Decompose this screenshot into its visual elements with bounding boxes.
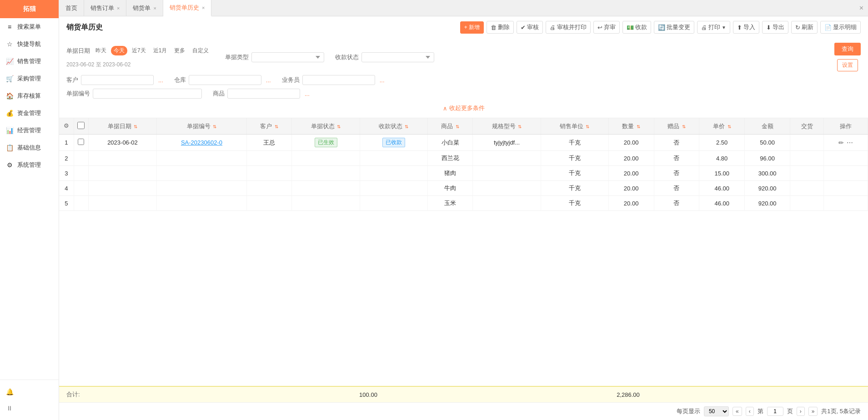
filter-doc-type: 单据类型 (225, 52, 324, 62)
col-product[interactable]: 商品 ⇅ (427, 118, 473, 135)
settings-button[interactable]: 设置 (837, 59, 858, 71)
cell-customer (246, 196, 292, 211)
summary-label: 合计: (66, 390, 80, 399)
collapse-btn[interactable]: ∧ 收起更多条件 (66, 102, 861, 114)
sidebar-item-sys-mgmt[interactable]: ⚙ 系统管理 (0, 156, 59, 174)
fund-mgmt-icon: 💰 (5, 110, 14, 117)
sidebar-item-quick-nav[interactable]: ☆ 快捷导航 (0, 35, 59, 53)
sidebar-item-purchase-mgmt[interactable]: 🛒 采购管理 (0, 70, 59, 87)
col-spec-model[interactable]: 规格型号 ⇅ (473, 118, 541, 135)
col-doc-number[interactable]: 单据编号 ⇅ (157, 118, 246, 135)
status-badge: 已生效 (315, 138, 337, 147)
row-select-checkbox[interactable] (78, 139, 84, 145)
next-page-btn[interactable]: › (797, 407, 805, 416)
date-custom[interactable]: 自定义 (190, 46, 211, 55)
sidebar-item-sales-mgmt[interactable]: 📈 销售管理 (0, 53, 59, 70)
tab-sales-delivery[interactable]: 销货单 × (126, 0, 163, 16)
sidebar-notification[interactable]: 🔔 (0, 384, 59, 400)
tab-sales-delivery-close[interactable]: × (153, 5, 156, 11)
sidebar-pause[interactable]: ⏸ (0, 400, 59, 416)
sidebar-item-inventory[interactable]: 🏠 库存核算 (0, 87, 59, 105)
warehouse-ellipsis[interactable]: ... (266, 77, 271, 84)
sort-doc-date-icon: ⇅ (134, 124, 137, 129)
first-page-btn[interactable]: « (733, 407, 742, 416)
date-yesterday[interactable]: 昨天 (93, 46, 109, 55)
sidebar-item-ops-mgmt[interactable]: 📊 经营管理 (0, 122, 59, 139)
salesman-input[interactable] (302, 75, 375, 85)
cell-product: 西兰花 (427, 151, 473, 166)
col-gear[interactable]: ⚙ (59, 118, 74, 135)
last-page-btn[interactable]: » (808, 407, 818, 416)
export-button[interactable]: ⬇ 导出 (762, 21, 788, 34)
customer-ellipsis[interactable]: ... (158, 77, 163, 84)
col-quantity[interactable]: 数量 ⇅ (608, 118, 654, 135)
doc-type-select[interactable] (251, 52, 324, 62)
sort-spec-icon: ⇅ (518, 124, 522, 129)
select-all-checkbox[interactable] (77, 122, 85, 129)
window-close-btn[interactable]: × (859, 4, 863, 12)
col-sales-unit[interactable]: 销售单位 ⇅ (541, 118, 608, 135)
collect-button[interactable]: 💵 收款 (622, 21, 651, 34)
tab-sales-order-close[interactable]: × (117, 5, 120, 11)
doc-number-input[interactable] (93, 89, 202, 99)
cell-amount: 920.00 (745, 196, 790, 211)
more-action-btn[interactable]: ⋯ (845, 139, 854, 146)
product-ellipsis[interactable]: ... (305, 90, 310, 97)
cell-customer (246, 166, 292, 181)
show-detail-button[interactable]: 📄 显示明细 (820, 21, 861, 34)
cell-action (824, 166, 868, 181)
sidebar-logo: 拓猫 (0, 0, 59, 18)
sort-doc-status-icon: ⇅ (337, 124, 341, 129)
cell-product: 牛肉 (427, 181, 473, 196)
refresh-button[interactable]: ↻ 刷新 (791, 21, 818, 34)
notification-icon: 🔔 (5, 388, 14, 395)
import-icon: ⬆ (737, 24, 742, 31)
settings-col-icon[interactable]: ⚙ (62, 122, 70, 130)
cell-collect-status (360, 151, 427, 166)
sidebar-item-fund-mgmt[interactable]: 💰 资金管理 (0, 105, 59, 122)
col-collect-status[interactable]: 收款状态 ⇅ (360, 118, 427, 135)
tab-sales-history-close[interactable]: × (202, 5, 205, 10)
new-button[interactable]: + 新增 (460, 21, 484, 34)
table-row: 5玉米千克20.00否46.00920.00 (59, 196, 868, 211)
sidebar-item-search-menu[interactable]: ≡ 搜索菜单 (0, 18, 59, 35)
collect-status-badge: 已收款 (382, 138, 405, 147)
tab-sales-order[interactable]: 销售订单 × (84, 0, 126, 16)
customer-input[interactable] (81, 75, 154, 85)
page-size-select[interactable]: 50 20 100 200 (704, 406, 729, 416)
collect-status-select[interactable] (361, 52, 434, 62)
page-number-input[interactable] (767, 407, 783, 416)
query-button[interactable]: 查询 (834, 43, 861, 55)
product-input[interactable] (227, 89, 300, 99)
summary-row: 合计: 100.00 2,286.00 (59, 386, 868, 402)
batch-change-button[interactable]: 🔄 批量变更 (654, 21, 694, 34)
sidebar-item-basic-info[interactable]: 📋 基础信息 (0, 139, 59, 156)
salesman-ellipsis[interactable]: ... (380, 77, 385, 84)
audit-print-button[interactable]: 🖨 审核并打印 (546, 21, 591, 34)
print-button[interactable]: 🖨 打印 ▼ (697, 21, 730, 34)
col-unit-price[interactable]: 单价 ⇅ (699, 118, 745, 135)
edit-action-btn[interactable]: ✏ (837, 139, 845, 146)
date-1month[interactable]: 近1月 (151, 46, 170, 55)
warehouse-input[interactable] (189, 75, 261, 85)
cell-doc-status: 已生效 (292, 135, 360, 151)
cell-collect-status (360, 166, 427, 181)
discard-button[interactable]: ↩ 弃审 (593, 21, 620, 34)
date-today[interactable]: 今天 (111, 46, 127, 55)
discard-icon: ↩ (597, 24, 602, 31)
col-customer[interactable]: 客户 ⇅ (246, 118, 292, 135)
col-doc-date[interactable]: 单据日期 ⇅ (88, 118, 157, 135)
audit-button[interactable]: ✔ 审核 (517, 21, 543, 34)
tab-sales-history[interactable]: 销货单历史 × (163, 0, 211, 16)
doc-number-link[interactable]: SA-20230602-0 (181, 139, 222, 146)
date-7days[interactable]: 近7天 (129, 46, 149, 55)
col-gift[interactable]: 赠品 ⇅ (654, 118, 699, 135)
import-button[interactable]: ⬆ 导入 (733, 21, 759, 34)
delete-button[interactable]: 🗑 删除 (487, 21, 514, 34)
date-more[interactable]: 更多 (171, 46, 188, 55)
prev-page-btn[interactable]: ‹ (746, 407, 754, 416)
sidebar-item-label-inventory: 库存核算 (17, 92, 41, 100)
sort-unit-icon: ⇅ (586, 124, 589, 129)
tab-home[interactable]: 首页 (59, 0, 84, 16)
col-doc-status[interactable]: 单据状态 ⇅ (292, 118, 360, 135)
